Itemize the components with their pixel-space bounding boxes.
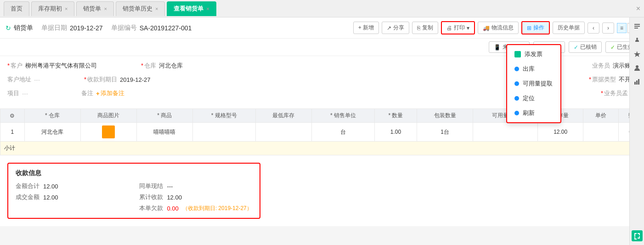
col-qty: * 数量 [374, 109, 417, 123]
svg-rect-6 [638, 79, 639, 85]
same-order-value: --- [167, 183, 173, 190]
row-unit: 台 [311, 123, 374, 142]
new-button[interactable]: + 新增 [353, 22, 379, 34]
col-spec: * 规格型号 [192, 109, 255, 123]
share-icon: ↗ [387, 25, 391, 31]
confirmed-button[interactable]: ✓ 已核销 [569, 41, 602, 53]
window-close-button[interactable]: × [636, 5, 640, 13]
available-qty-item[interactable]: 可用量提取 [507, 76, 560, 91]
product-image [102, 125, 115, 138]
next-button[interactable]: › [602, 23, 614, 34]
tab-sales-order-label: 销货单 [83, 5, 101, 13]
copy-button[interactable]: ⎘ 复制 [412, 22, 438, 34]
sidebar-icon-3[interactable] [632, 49, 643, 60]
row-image [80, 123, 136, 142]
invoice-type-label: 票据类型 [589, 75, 616, 84]
prev-button[interactable]: ‹ [588, 23, 599, 34]
subtotal-row: 小计 [0, 142, 644, 155]
refresh-item[interactable]: 刷新 [507, 106, 560, 120]
col-unit: * 销售单位 [311, 109, 374, 123]
add-invoice-label: 添发票 [525, 50, 542, 58]
date-label: 单据日期 [41, 24, 67, 32]
tab-inventory-init[interactable]: 库存期初 × [31, 1, 74, 16]
history-button[interactable]: 历史单据 [553, 22, 585, 34]
same-order-row: 同单现结 --- [139, 182, 252, 190]
tab-view-sales[interactable]: 查看销货单 × [167, 1, 216, 16]
copy-icon: ⎘ [417, 25, 420, 31]
toolbar-right: + 新增 ↗ 分享 ⎘ 复制 🖨 打印 ▾ 🚚 物流信息 [353, 21, 638, 34]
tab-sales-order[interactable]: 销货单 × [76, 1, 113, 16]
warehouse-label: 仓库 [141, 62, 156, 70]
operate-grid-icon: ⊞ [527, 25, 531, 31]
print-icon: 🖨 [446, 25, 452, 31]
col-product: * 商品 [136, 109, 192, 123]
tab-home[interactable]: 首页 [4, 1, 29, 16]
project-value: --- [22, 90, 28, 97]
row-warehouse: 河北仓库 [24, 123, 80, 142]
row-stock: 12.00 [537, 123, 583, 142]
same-order-label: 同单现结 [139, 182, 163, 190]
add-note-label: 添加备注 [101, 89, 124, 97]
operate-dropdown: 添发票 出库 可用量提取 定位 刷新 [506, 44, 561, 123]
due-note: （收款到期日: 2019-12-27） [182, 205, 252, 212]
prev-icon: ‹ [593, 25, 594, 31]
tab-sales-history[interactable]: 销货单历史 × [116, 1, 165, 16]
print-button[interactable]: 🖨 打印 ▾ [441, 21, 475, 34]
due-date-field: 收款到期日 2019-12-27 [84, 75, 151, 84]
due-value: 0.00 [167, 205, 178, 212]
print-label: 打印 [454, 24, 465, 32]
due-date-value: 2019-12-27 [120, 76, 151, 83]
tab-inventory-init-label: 库存期初 [38, 5, 62, 13]
transaction-label: 成交金额 [16, 193, 40, 201]
amount-total-label: 金额合计 [16, 182, 40, 190]
logistics-button[interactable]: 🚚 物流信息 [478, 22, 519, 34]
row-min-stock [255, 123, 311, 142]
project-label: 项目 [7, 89, 19, 97]
tab-view-sales-label: 查看销货单 [174, 5, 203, 13]
col-gear[interactable]: ⚙ [0, 109, 25, 123]
tab-sales-history-close[interactable]: × [155, 6, 158, 11]
col-min-stock: 最低库存 [255, 109, 311, 123]
locate-item[interactable]: 定位 [507, 91, 560, 106]
sidebar-icon-1[interactable] [632, 21, 643, 32]
address-field: 客户地址 --- [7, 75, 40, 84]
add-note-button[interactable]: + 添加备注 [96, 89, 124, 97]
tab-sales-order-close[interactable]: × [104, 6, 107, 11]
row-pack-qty: 1台 [417, 123, 473, 142]
ship-out-dot [514, 67, 519, 71]
salesperson-label: 业务员孟 [601, 89, 628, 97]
sidebar-icon-5[interactable] [632, 76, 643, 87]
tab-view-sales-close[interactable]: × [206, 6, 209, 11]
sidebar-icon-2[interactable] [632, 35, 643, 46]
copy-label: 复制 [422, 24, 433, 32]
sidebar-icon-4[interactable] [632, 63, 643, 74]
customer-label: 客户 [7, 62, 23, 70]
row-product: 嘻嘻嘻嘻 [136, 123, 192, 142]
payment-grid: 金额合计 12.00 同单现结 --- 成交金额 12.00 累计收款 12.0… [16, 182, 252, 212]
tab-inventory-init-close[interactable]: × [65, 6, 68, 11]
operate-button[interactable]: ⊞ 操作 [521, 21, 550, 34]
print-dropdown-arrow: ▾ [467, 25, 469, 31]
due-date-label: 收款到期日 [84, 75, 117, 84]
transaction-value: 12.00 [43, 194, 58, 201]
ship-out-item[interactable]: 出库 [507, 62, 560, 76]
share-button[interactable]: ↗ 分享 [382, 22, 409, 34]
address-value: --- [34, 76, 40, 83]
amount-total-value: 12.00 [43, 183, 58, 190]
add-invoice-item[interactable]: 添发票 [507, 47, 560, 62]
list-view-button[interactable]: ≡ [617, 23, 627, 33]
payment-box: 收款信息 金额合计 12.00 同单现结 --- 成交金额 12.00 [7, 163, 260, 219]
date-value: 2019-12-27 [70, 24, 103, 32]
add-invoice-icon [514, 51, 521, 57]
address-label: 客户地址 [7, 75, 31, 84]
number-label: 单据编号 [111, 24, 137, 32]
table-row: 1 河北仓库 嘻嘻嘻嘻 台 1.00 1台 12.00 [0, 123, 644, 142]
row-no: 1 [0, 123, 25, 142]
plus-icon: + [96, 90, 100, 97]
right-sidebar [629, 17, 644, 226]
payment-title: 收款信息 [16, 169, 252, 177]
refresh-label: 刷新 [523, 109, 535, 117]
svg-rect-1 [634, 26, 640, 27]
available-qty-label: 可用量提取 [523, 80, 553, 88]
row-spec [192, 123, 255, 142]
